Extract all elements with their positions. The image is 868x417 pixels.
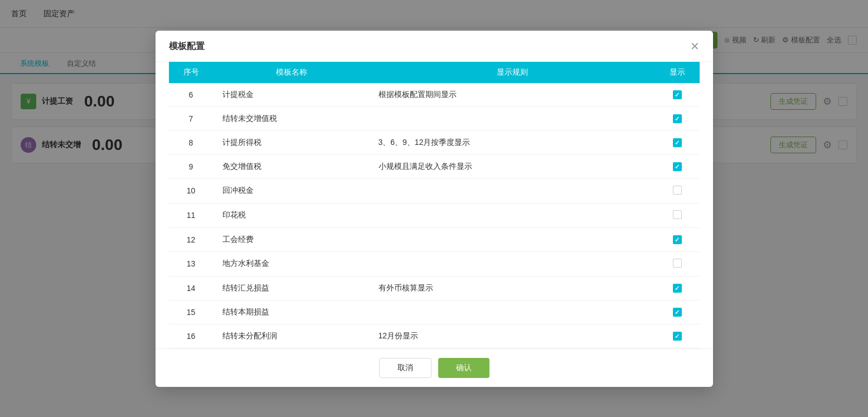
row-checkbox-cell xyxy=(655,203,700,227)
row-name: 结转本期损益 xyxy=(214,300,370,324)
row-rule xyxy=(370,300,655,324)
row-rule xyxy=(370,227,655,251)
table-row: 9免交增值税小规模且满足收入条件显示 xyxy=(169,154,700,178)
row-checkbox-cell xyxy=(655,227,700,251)
row-checkbox-cell xyxy=(655,324,700,348)
row-name: 结转汇兑损益 xyxy=(214,276,370,300)
row-checkbox-cell xyxy=(655,106,700,130)
row-checkbox[interactable] xyxy=(673,332,682,341)
row-name: 结转未交增值税 xyxy=(214,106,370,130)
row-name: 地方水利基金 xyxy=(214,251,370,276)
row-id: 13 xyxy=(169,251,214,276)
row-name: 回冲税金 xyxy=(214,178,370,203)
row-id: 6 xyxy=(169,83,214,107)
modal-body: 序号 模板名称 显示规则 显示 6计提税金根据模板配置期间显示7结转未交增值税8… xyxy=(156,62,713,348)
row-rule xyxy=(370,178,655,203)
row-checkbox[interactable] xyxy=(673,235,682,244)
table-row: 12工会经费 xyxy=(169,227,700,251)
col-header-id: 序号 xyxy=(169,62,214,83)
col-header-rule: 显示规则 xyxy=(370,62,655,83)
row-id: 8 xyxy=(169,130,214,154)
table-row: 14结转汇兑损益有外币核算显示 xyxy=(169,276,700,300)
modal-title: 模板配置 xyxy=(169,41,205,52)
row-name: 免交增值税 xyxy=(214,154,370,178)
row-checkbox-cell xyxy=(655,178,700,203)
table-row: 10回冲税金 xyxy=(169,178,700,203)
row-checkbox-cell xyxy=(655,300,700,324)
row-id: 9 xyxy=(169,154,214,178)
row-checkbox[interactable] xyxy=(673,186,682,195)
row-checkbox[interactable] xyxy=(673,138,682,147)
row-rule xyxy=(370,203,655,227)
row-rule: 3、6、9、12月按季度显示 xyxy=(370,130,655,154)
row-id: 15 xyxy=(169,300,214,324)
table-row: 8计提所得税3、6、9、12月按季度显示 xyxy=(169,130,700,154)
table-row: 15结转本期损益 xyxy=(169,300,700,324)
row-name: 计提所得税 xyxy=(214,130,370,154)
col-header-display: 显示 xyxy=(655,62,700,83)
row-rule: 根据模板配置期间显示 xyxy=(370,83,655,107)
modal-close-button[interactable]: ✕ xyxy=(690,41,700,52)
cancel-button[interactable]: 取消 xyxy=(379,358,431,378)
row-rule: 有外币核算显示 xyxy=(370,276,655,300)
row-id: 14 xyxy=(169,276,214,300)
row-checkbox[interactable] xyxy=(673,210,682,219)
row-name: 工会经费 xyxy=(214,227,370,251)
row-checkbox[interactable] xyxy=(673,284,682,293)
modal-overlay: 模板配置 ✕ 序号 模板名称 显示规则 显示 6计提税金根据模板配置期间显 xyxy=(0,0,868,417)
col-header-name: 模板名称 xyxy=(214,62,370,83)
row-name: 结转未分配利润 xyxy=(214,324,370,348)
row-rule: 12月份显示 xyxy=(370,324,655,348)
row-checkbox-cell xyxy=(655,83,700,107)
row-id: 10 xyxy=(169,178,214,203)
row-checkbox[interactable] xyxy=(673,162,682,171)
row-checkbox-cell xyxy=(655,154,700,178)
row-checkbox-cell xyxy=(655,251,700,276)
modal-template-config: 模板配置 ✕ 序号 模板名称 显示规则 显示 6计提税金根据模板配置期间显 xyxy=(156,31,713,387)
table-row: 7结转未交增值税 xyxy=(169,106,700,130)
row-checkbox[interactable] xyxy=(673,259,682,268)
row-checkbox-cell xyxy=(655,276,700,300)
row-checkbox[interactable] xyxy=(673,308,682,317)
row-rule xyxy=(370,106,655,130)
row-checkbox[interactable] xyxy=(673,114,682,123)
row-id: 11 xyxy=(169,203,214,227)
row-name: 印花税 xyxy=(214,203,370,227)
row-id: 16 xyxy=(169,324,214,348)
table-row: 11印花税 xyxy=(169,203,700,227)
row-rule xyxy=(370,251,655,276)
row-checkbox-cell xyxy=(655,130,700,154)
row-checkbox[interactable] xyxy=(673,90,682,99)
table-row: 13地方水利基金 xyxy=(169,251,700,276)
table-row: 6计提税金根据模板配置期间显示 xyxy=(169,83,700,107)
confirm-button[interactable]: 确认 xyxy=(438,358,489,378)
row-name: 计提税金 xyxy=(214,83,370,107)
config-table: 序号 模板名称 显示规则 显示 6计提税金根据模板配置期间显示7结转未交增值税8… xyxy=(169,62,700,348)
table-row: 16结转未分配利润12月份显示 xyxy=(169,324,700,348)
row-id: 12 xyxy=(169,227,214,251)
row-rule: 小规模且满足收入条件显示 xyxy=(370,154,655,178)
row-id: 7 xyxy=(169,106,214,130)
